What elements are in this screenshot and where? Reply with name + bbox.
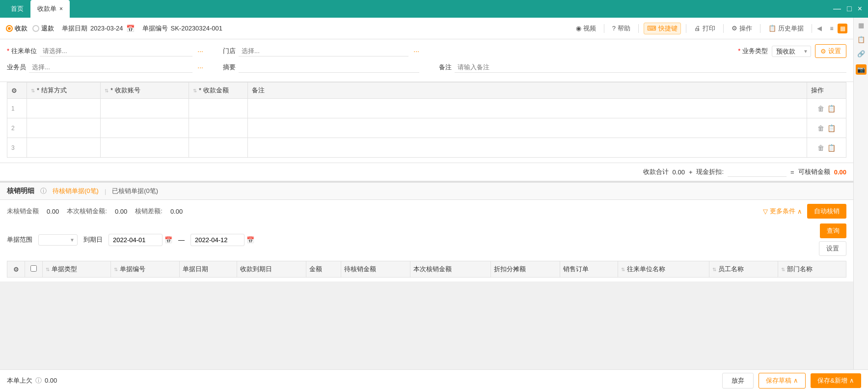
col-settings-header[interactable]: ⚙	[7, 83, 27, 99]
remark-input[interactable]	[455, 62, 846, 73]
unchecked-label: 未核销金额	[7, 207, 39, 216]
history-btn[interactable]: 📋 历史单据	[765, 23, 807, 34]
abandon-button[interactable]: 放弃	[722, 373, 754, 389]
note-label: 备注	[252, 86, 265, 94]
layout-list-icon[interactable]: ≡	[827, 24, 837, 33]
operation-icon: ⚙	[732, 25, 737, 32]
minimize-icon[interactable]: —	[831, 3, 843, 14]
layout-grid-icon[interactable]: ▦	[838, 24, 847, 33]
form-row-1: 往来单位 ··· 门店 ··· 业务类型 预收款 ▼	[7, 44, 846, 58]
row1-account[interactable]	[101, 99, 189, 118]
save-new-button[interactable]: 保存&新增 ∧	[811, 373, 861, 388]
sidebar-icon-2[interactable]: 📋	[857, 36, 865, 43]
radio-refund[interactable]: 退款	[32, 24, 54, 33]
col-date-header: 单据日期	[179, 261, 237, 278]
settings-button[interactable]: ⚙ 设置	[815, 44, 846, 58]
col-checkbox[interactable]	[25, 261, 43, 278]
row2-delete-icon[interactable]: 🗑	[817, 124, 824, 132]
query-button[interactable]: 查询	[820, 223, 846, 238]
more-conditions-btn[interactable]: ▽ 更多条件 ∧	[763, 207, 802, 216]
store-input[interactable]	[239, 46, 408, 56]
right-sidebar: ▦ 📋 🔗 📷	[853, 18, 868, 369]
chevron-up-icon: ∧	[797, 208, 802, 215]
row3-copy-icon[interactable]: 📋	[827, 144, 836, 152]
table-row: 1 🗑 📋	[7, 99, 846, 118]
select-all-checkbox[interactable]	[30, 265, 37, 272]
bottom-table: ⚙ ⇅单据类型 ⇅单据编号 单据日期 收款到期日	[7, 261, 846, 278]
radio-receive[interactable]: 收款	[6, 24, 27, 33]
video-btn[interactable]: ◉ 视频	[573, 23, 599, 34]
filter-icon: ▽	[763, 208, 768, 215]
tab-home[interactable]: 首页	[4, 0, 30, 18]
print-btn[interactable]: 🖨 打印	[691, 23, 718, 34]
calendar-from-icon[interactable]: 📅	[164, 236, 172, 244]
maximize-icon[interactable]: □	[845, 3, 854, 14]
col-counterparty-header: ⇅往来单位名称	[618, 261, 709, 278]
sidebar-icon-1[interactable]: ▦	[858, 22, 864, 29]
date-to-input[interactable]	[190, 234, 244, 246]
receipt-table: ⚙ ⇅ * 结算方式 ⇅ * 收款账号	[7, 82, 846, 158]
tab-current[interactable]: 收款单 ×	[30, 0, 70, 18]
discount-input[interactable]	[728, 167, 787, 177]
nav-prev-icon[interactable]: ◀	[817, 25, 822, 32]
amount-sort: ⇅ * 收款金额	[193, 86, 244, 95]
save-draft-button[interactable]: 保存草稿 ∧	[759, 373, 806, 389]
row3-note[interactable]	[248, 138, 807, 158]
receipt-table-wrapper: ⚙ ⇅ * 结算方式 ⇅ * 收款账号	[0, 82, 853, 163]
tab-done[interactable]: 已核销单据(0笔)	[112, 187, 158, 196]
row2-note[interactable]	[248, 118, 807, 138]
calendar-icon[interactable]: 📅	[126, 25, 135, 32]
date-field: 单据日期 2023-03-24 📅	[62, 24, 135, 33]
row1-settle[interactable]	[27, 99, 101, 118]
row2-copy-icon[interactable]: 📋	[827, 124, 836, 132]
row2-account[interactable]	[101, 118, 189, 138]
shortcut-btn[interactable]: ⌨ 快捷键	[644, 23, 681, 34]
footer-info: 本单上欠 ⓘ 0.00	[7, 376, 57, 385]
writeoff-info-icon[interactable]: ⓘ	[40, 187, 47, 196]
sidebar-icon-3[interactable]: 🔗	[857, 50, 865, 57]
col-settings-bottom[interactable]: ⚙	[7, 261, 25, 278]
tab-pending[interactable]: 待核销单据(0笔)	[53, 187, 99, 196]
row2-settle[interactable]	[27, 118, 101, 138]
settle-sort-arrows: ⇅	[31, 88, 35, 93]
business-type-label: 业务类型	[738, 47, 768, 56]
info-icon[interactable]: ⓘ	[35, 376, 42, 385]
current-writeoff-label: 本次核销金额:	[67, 207, 107, 216]
due-date-label: 到期日	[83, 235, 103, 244]
store-more-icon[interactable]: ···	[413, 47, 419, 55]
row3-account[interactable]	[101, 138, 189, 158]
salesperson-label: 业务员	[7, 63, 26, 72]
range-select[interactable]	[38, 234, 78, 246]
summary-input[interactable]	[239, 62, 419, 73]
col-note-header: 备注	[248, 83, 807, 99]
salesperson-input[interactable]	[29, 62, 192, 73]
calendar-to-icon[interactable]: 📅	[246, 236, 254, 244]
row2-amount[interactable]	[189, 118, 248, 138]
divider5	[760, 24, 760, 33]
date-from-input[interactable]	[108, 234, 163, 246]
store-label: 门店	[223, 47, 236, 56]
business-type-select[interactable]: 预收款	[772, 46, 811, 57]
counterparty-more-icon[interactable]: ···	[197, 47, 203, 55]
filter-settings-button[interactable]: 设置	[819, 241, 846, 256]
counterparty-input[interactable]	[40, 46, 193, 56]
row3-delete-icon[interactable]: 🗑	[817, 144, 824, 152]
close-icon[interactable]: ×	[856, 3, 864, 14]
col-discount-header: 折扣分摊额	[491, 261, 560, 278]
print-label: 打印	[703, 24, 715, 33]
tab-close-icon[interactable]: ×	[59, 5, 63, 12]
sidebar-icon-4[interactable]: 📷	[856, 64, 867, 75]
row1-copy-icon[interactable]: 📋	[827, 105, 836, 112]
business-type-field: 业务类型 预收款 ▼ ⚙ 设置	[439, 44, 846, 58]
salesperson-more-icon[interactable]: ···	[197, 63, 203, 71]
window-controls: — □ ×	[831, 3, 864, 14]
auto-writeoff-button[interactable]: 自动核销	[807, 204, 846, 219]
row3-amount[interactable]	[189, 138, 248, 158]
row1-delete-icon[interactable]: 🗑	[817, 105, 824, 112]
row1-note[interactable]	[248, 99, 807, 118]
help-btn[interactable]: ? 帮助	[609, 23, 633, 34]
range-select-wrap: ▼	[38, 234, 78, 246]
row3-settle[interactable]	[27, 138, 101, 158]
row1-amount[interactable]	[189, 99, 248, 118]
operation-btn[interactable]: ⚙ 操作	[729, 23, 755, 34]
